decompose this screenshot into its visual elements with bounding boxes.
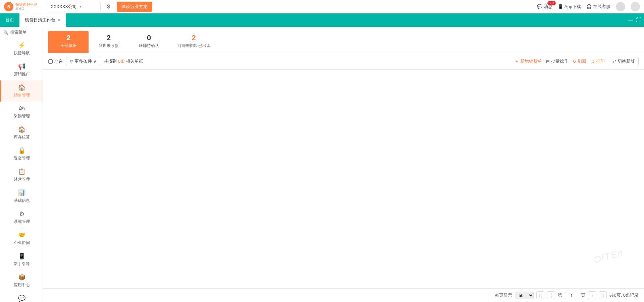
app-download-label: App下载	[565, 4, 581, 10]
search-icon: 🔍	[3, 30, 8, 35]
tab-minimize-icon[interactable]: —	[628, 17, 633, 23]
stat-tab-out-stock[interactable]: 2 到期未收款 已出库	[169, 31, 218, 53]
sidebar-item-quick-nav[interactable]: ⚡ 快捷导航	[0, 38, 43, 59]
sidebar-item-label: 基础信息	[14, 198, 30, 203]
basic-info-icon: 📊	[18, 189, 25, 196]
tab-cash-flow[interactable]: 钱货日清工作台 ✕	[19, 13, 66, 27]
system-icon: ⚙	[19, 210, 24, 218]
trial-button[interactable]: 体验行业方案	[117, 2, 152, 12]
sidebar-item-operations[interactable]: 📋 经营管理	[0, 165, 43, 186]
message-icon: 💬	[537, 4, 542, 9]
company-selector[interactable]: XXXXXX公司 ▼	[47, 2, 101, 11]
sidebar-item-finance[interactable]: 🔒 资金管理	[0, 143, 43, 165]
prev-page-button[interactable]: ⟨	[547, 291, 555, 299]
filter-button[interactable]: ▽ 更多条件 ∨	[66, 57, 100, 66]
found-text: 共找到 0条 相关单据	[104, 58, 143, 64]
select-all-input[interactable]	[48, 59, 53, 64]
switch-label: 切换新版	[618, 58, 635, 64]
batch-label: 批量操作	[551, 58, 569, 64]
sidebar-item-label: 经营管理	[14, 177, 30, 182]
sidebar-item-cooperation[interactable]: 🤝 企业协同	[0, 228, 43, 249]
page-size-select[interactable]: 10 20 50 100	[515, 292, 534, 299]
download-icon: 📱	[558, 4, 563, 9]
sidebar: 🔍 搜索菜单 ⚡ 快捷导航 📢 营销推广 🏠 销售管理 🛍 采购管理 🏠 库存核…	[0, 27, 43, 302]
sidebar-item-label: 应用中心	[14, 282, 30, 288]
stat-out-stock-number: 2	[192, 34, 196, 42]
chevron-down-icon: ▼	[79, 5, 82, 8]
select-all-checkbox[interactable]: 全选	[48, 58, 63, 64]
refresh-icon: ↻	[573, 59, 576, 64]
add-icon: ＋	[515, 58, 519, 64]
sidebar-item-marketing[interactable]: 📢 营销推广	[0, 59, 43, 80]
logo-badge: 标准版	[15, 7, 38, 11]
refresh-button[interactable]: ↻ 刷新	[573, 58, 586, 64]
total-info: 共0页, 0条记录	[609, 292, 639, 298]
sidebar-item-sales[interactable]: 🏠 销售管理	[0, 80, 43, 102]
marketing-icon: 📢	[18, 63, 25, 70]
sidebar-item-wechat[interactable]: 💬 企业微信	[0, 291, 43, 302]
tab-bar: 首页 钱货日清工作台 ✕ — ⛶	[0, 13, 644, 27]
stat-overdue-label: 到期未收款	[99, 43, 119, 49]
sidebar-search[interactable]: 🔍 搜索菜单	[0, 27, 43, 38]
search-label: 搜索菜单	[10, 29, 26, 35]
found-prefix: 共找到	[104, 59, 117, 64]
header-right: 💬 消息 99+ 📱 App下载 🎧 在线客服	[537, 2, 640, 11]
app-center-icon: 📦	[18, 274, 25, 281]
page-suffix: 页	[581, 292, 585, 298]
message-badge: 99+	[547, 1, 556, 5]
service-icon: 🎧	[586, 4, 592, 9]
sidebar-item-label: 系统管理	[14, 219, 30, 225]
online-service-label: 在线客服	[593, 4, 610, 10]
found-count: 0条	[118, 59, 125, 64]
stats-tabs: 2 全部单据 2 到期未收款 0 旺辅待确认 2 到期未收款 已出库	[43, 27, 644, 53]
stats-tabs-row: 2 全部单据 2 到期未收款 0 旺辅待确认 2 到期未收款 已出库	[48, 31, 639, 53]
sidebar-item-purchase[interactable]: 🛍 采购管理	[0, 102, 43, 122]
tab-home[interactable]: 首页	[0, 13, 19, 27]
table-area	[43, 70, 644, 288]
stat-tab-all[interactable]: 2 全部单据	[48, 31, 89, 53]
sidebar-item-label: 库存核算	[14, 134, 30, 140]
quick-nav-icon: ⚡	[18, 42, 25, 49]
online-service-item[interactable]: 🎧 在线客服	[586, 4, 610, 10]
tab-maximize-icon[interactable]: ⛶	[636, 17, 641, 23]
next-page-button[interactable]: ⟩	[588, 291, 596, 299]
print-icon: 🖨	[590, 59, 595, 64]
sidebar-item-guide[interactable]: 📱 新手引导	[0, 249, 43, 270]
sidebar-item-app-center[interactable]: 📦 应用中心	[0, 270, 43, 291]
sidebar-item-basic-info[interactable]: 📊 基础信息	[0, 186, 43, 207]
sales-icon: 🏠	[18, 84, 25, 91]
add-sales-order-button[interactable]: ＋ 新增销货单	[515, 58, 542, 64]
avatar[interactable]	[616, 2, 625, 11]
stat-tab-overdue[interactable]: 2 到期未收款	[89, 31, 129, 53]
stat-all-label: 全部单据	[60, 43, 76, 49]
batch-operation-button[interactable]: ⊞ 批量操作	[546, 58, 569, 64]
logo-text: 畅捷通好生意	[15, 2, 38, 7]
sidebar-item-label: 资金管理	[14, 156, 30, 161]
company-name: XXXXXX公司	[51, 4, 77, 10]
print-button[interactable]: 🖨 打印	[590, 58, 605, 64]
filter-icon: ▽	[70, 59, 73, 64]
page-input[interactable]	[565, 292, 578, 299]
toolbar: 全选 ▽ 更多条件 ∨ 共找到 0条 相关单据 ＋ 新增销货单 ⊞ 批量操作	[43, 53, 644, 70]
tab-close-icon[interactable]: ✕	[57, 18, 60, 22]
last-page-button[interactable]: ⟩⟩	[599, 291, 607, 299]
page-prefix: 第	[558, 292, 562, 298]
logo-icon: 6	[4, 2, 13, 11]
app-download-item[interactable]: 📱 App下载	[558, 4, 581, 10]
add-label: 新增销货单	[520, 58, 542, 64]
switch-new-version-button[interactable]: ⇄ 切换新版	[609, 57, 639, 66]
cooperation-icon: 🤝	[18, 231, 25, 239]
stat-out-stock-label: 到期未收款 已出库	[177, 43, 210, 49]
top-header: 6 畅捷通好生意 标准版 XXXXXX公司 ▼ ⚙ 体验行业方案 💬 消息 99…	[0, 0, 644, 13]
message-item[interactable]: 💬 消息 99+	[537, 4, 552, 10]
avatar-extra[interactable]	[631, 2, 640, 11]
first-page-button[interactable]: ⟨⟨	[536, 291, 544, 299]
guide-icon: 📱	[18, 252, 25, 260]
purchase-icon: 🛍	[19, 105, 25, 112]
sidebar-item-inventory[interactable]: 🏠 库存核算	[0, 122, 43, 143]
settings-icon[interactable]: ⚙	[103, 2, 113, 12]
content-area: 2 全部单据 2 到期未收款 0 旺辅待确认 2 到期未收款 已出库	[43, 27, 644, 302]
sidebar-item-system[interactable]: ⚙ 系统管理	[0, 207, 43, 228]
stat-tab-pending[interactable]: 0 旺辅待确认	[129, 31, 169, 53]
page-size-prefix: 每页显示	[495, 292, 512, 298]
